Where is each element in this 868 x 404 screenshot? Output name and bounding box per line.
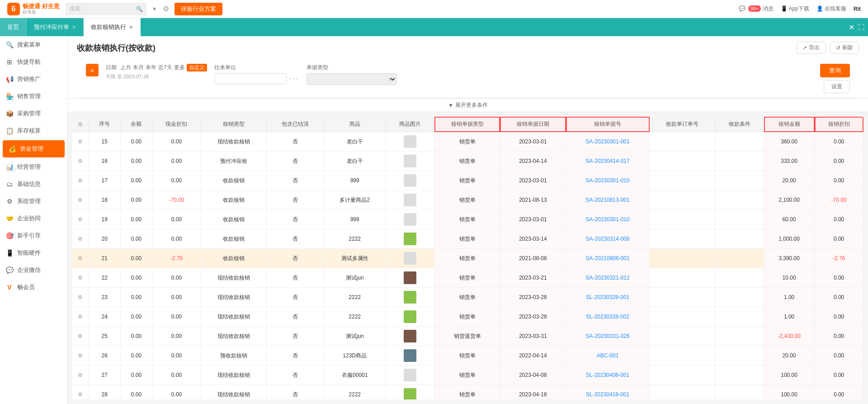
voucher-no-link[interactable]: SA-20230301-001 xyxy=(585,138,629,145)
tab-prepaid-close[interactable]: ✕ xyxy=(72,24,76,30)
cell-voucher-no[interactable]: SL-20230328-002 xyxy=(566,307,650,327)
query-button[interactable]: 查询 xyxy=(820,64,850,77)
tab-prepaid[interactable]: 预付冲应付单 ✕ xyxy=(27,18,84,36)
cell-voucher-no[interactable]: SA-20230301-010 xyxy=(566,210,650,229)
cell-voucher-no[interactable]: SA-20230314-008 xyxy=(566,229,650,249)
cell-settings[interactable]: ⚙ xyxy=(72,288,89,307)
partner-dots[interactable]: ··· xyxy=(289,75,299,83)
filter-expand-btn[interactable]: » xyxy=(86,64,99,76)
row-settings-icon[interactable]: ⚙ xyxy=(78,158,83,164)
cell-settings[interactable]: ⚙ xyxy=(72,210,89,229)
sidebar-item-smart-hw[interactable]: 📱 智能硬件 xyxy=(0,244,67,261)
sidebar-item-purchase[interactable]: 📦 采购管理 xyxy=(0,105,67,122)
tab-home[interactable]: 首页 xyxy=(0,18,27,36)
voucher-no-link[interactable]: SA-20210808-001 xyxy=(585,255,629,261)
top-search-bar[interactable]: 搜索 🔍 xyxy=(65,3,146,15)
partner-input[interactable] xyxy=(214,73,287,84)
voucher-no-link[interactable]: SA-20230301-010 xyxy=(585,216,629,223)
expand-more-btn[interactable]: ▼ 展开更多条件 xyxy=(448,101,488,109)
cell-voucher-no[interactable]: SA-20210813-001 xyxy=(566,190,650,210)
sidebar-item-marketing[interactable]: 📢 营销推广 xyxy=(0,71,67,88)
date-this-month[interactable]: 本月 xyxy=(133,64,144,71)
industry-btn[interactable]: 休验行业方案 xyxy=(175,3,222,15)
row-settings-icon[interactable]: ⚙ xyxy=(78,216,83,223)
tab-maximize-icon[interactable]: ⛶ xyxy=(858,24,864,31)
export-button[interactable]: ↗ 导出 xyxy=(797,42,826,54)
voucher-no-link[interactable]: ABC-001 xyxy=(597,352,619,359)
row-settings-icon[interactable]: ⚙ xyxy=(78,177,83,184)
row-settings-icon[interactable]: ⚙ xyxy=(78,236,83,242)
tab-close-icon[interactable]: ✕ xyxy=(849,23,854,32)
cell-voucher-no[interactable]: SA-20230321-012 xyxy=(566,268,650,288)
voucher-no-link[interactable]: SL-20230328-001 xyxy=(586,294,629,300)
voucher-no-link[interactable]: SA-20230301-010 xyxy=(585,177,629,184)
cell-voucher-no[interactable]: ABC-001 xyxy=(566,346,650,366)
row-settings-icon[interactable]: ⚙ xyxy=(78,352,83,359)
sidebar-item-finance[interactable]: 💰 资金管理 xyxy=(3,140,65,157)
cell-settings[interactable]: ⚙ xyxy=(72,346,89,366)
cell-settings[interactable]: ⚙ xyxy=(72,268,89,288)
cell-settings[interactable]: ⚙ xyxy=(72,171,89,190)
cell-voucher-no[interactable]: SA-20230331-026 xyxy=(566,327,650,346)
cell-voucher-no[interactable]: SL-20230328-001 xyxy=(566,288,650,307)
cell-settings[interactable]: ⚙ xyxy=(72,132,89,152)
sidebar-item-wechat[interactable]: 💬 企业微信 xyxy=(0,261,67,279)
sidebar-item-quick-nav[interactable]: ⊞ 快捷导航 xyxy=(0,53,67,71)
date-more[interactable]: 更多 xyxy=(174,64,185,71)
cell-settings[interactable]: ⚙ xyxy=(72,366,89,385)
cell-settings[interactable]: ⚙ xyxy=(72,152,89,171)
voucher-no-link[interactable]: SL-20230328-002 xyxy=(586,314,629,320)
cell-settings[interactable]: ⚙ xyxy=(72,327,89,346)
voucher-no-link[interactable]: SA-20210813-001 xyxy=(585,197,629,203)
sidebar-item-sales[interactable]: 🏪 销售管理 xyxy=(0,88,67,105)
refresh-button[interactable]: ↺ 刷新 xyxy=(830,42,859,54)
row-settings-icon[interactable]: ⚙ xyxy=(78,372,83,378)
voucher-no-link[interactable]: SA-20230321-012 xyxy=(585,275,629,281)
row-settings-icon[interactable]: ⚙ xyxy=(78,138,83,145)
row-settings-icon[interactable]: ⚙ xyxy=(78,391,83,398)
online-service-link[interactable]: 👤 在线客服 xyxy=(816,5,846,13)
cell-voucher-no[interactable]: SA-20230414-017 xyxy=(566,152,650,171)
voucher-no-link[interactable]: SA-20230314-008 xyxy=(585,236,629,242)
dropdown-arrow[interactable]: ▼ xyxy=(152,6,157,12)
cell-settings[interactable]: ⚙ xyxy=(72,385,89,400)
row-settings-icon[interactable]: ⚙ xyxy=(78,197,83,203)
cell-settings[interactable]: ⚙ xyxy=(72,307,89,327)
cell-voucher-no[interactable]: SA-20210808-001 xyxy=(566,249,650,268)
voucher-no-link[interactable]: SL-20230418-001 xyxy=(586,391,629,398)
voucher-no-link[interactable]: SA-20230331-026 xyxy=(585,333,629,339)
date-7-days[interactable]: 近7天 xyxy=(158,64,172,71)
row-settings-icon[interactable]: ⚙ xyxy=(78,275,83,281)
notification-area[interactable]: 💬 99+ 99+ 消息 xyxy=(739,5,773,13)
voucher-type-select[interactable] xyxy=(307,73,397,85)
cell-voucher-no[interactable]: SA-20230301-010 xyxy=(566,171,650,190)
tab-verify-close[interactable]: ✕ xyxy=(129,24,133,30)
row-settings-icon[interactable]: ⚙ xyxy=(78,294,83,300)
date-this-year[interactable]: 本年 xyxy=(146,64,156,71)
cell-settings[interactable]: ⚙ xyxy=(72,190,89,210)
cell-voucher-no[interactable]: SL-20230418-001 xyxy=(566,385,650,400)
sidebar-item-enterprise[interactable]: 🤝 企业协同 xyxy=(0,210,67,227)
row-settings-icon[interactable]: ⚙ xyxy=(78,333,83,339)
sidebar-item-base-info[interactable]: 🗂 基础信息 xyxy=(0,176,67,193)
row-settings-icon[interactable]: ⚙ xyxy=(78,314,83,320)
sidebar-item-operations[interactable]: 📊 经营管理 xyxy=(0,158,67,176)
sidebar-item-vip[interactable]: V 畅会员 xyxy=(0,279,67,296)
sidebar-item-guide[interactable]: 🎯 新手引导 xyxy=(0,227,67,244)
settings-icon[interactable]: ⚙ xyxy=(163,5,169,13)
sidebar-item-system[interactable]: ⚙ 系统管理 xyxy=(0,193,67,210)
col-settings[interactable]: ⚙ xyxy=(72,117,89,132)
sidebar-item-inventory[interactable]: 📋 库存核算 xyxy=(0,122,67,139)
cell-voucher-no[interactable]: SL-20230408-001 xyxy=(566,366,650,385)
app-download-link[interactable]: 📱 App下载 xyxy=(781,5,809,13)
row-settings-icon[interactable]: ⚙ xyxy=(78,255,83,261)
cell-settings[interactable]: ⚙ xyxy=(72,229,89,249)
cell-voucher-no[interactable]: SA-20230301-001 xyxy=(566,132,650,152)
cell-settings[interactable]: ⚙ xyxy=(72,249,89,268)
sidebar-item-search[interactable]: 🔍 搜索菜单 xyxy=(0,36,67,53)
voucher-no-link[interactable]: SL-20230408-001 xyxy=(586,372,629,378)
date-last-month[interactable]: 上月 xyxy=(120,64,131,71)
date-custom-badge[interactable]: 自定义 xyxy=(187,64,207,71)
tab-verify[interactable]: 收款核销执行 ✕ xyxy=(84,18,141,36)
settings-button[interactable]: 设置 xyxy=(824,80,850,93)
